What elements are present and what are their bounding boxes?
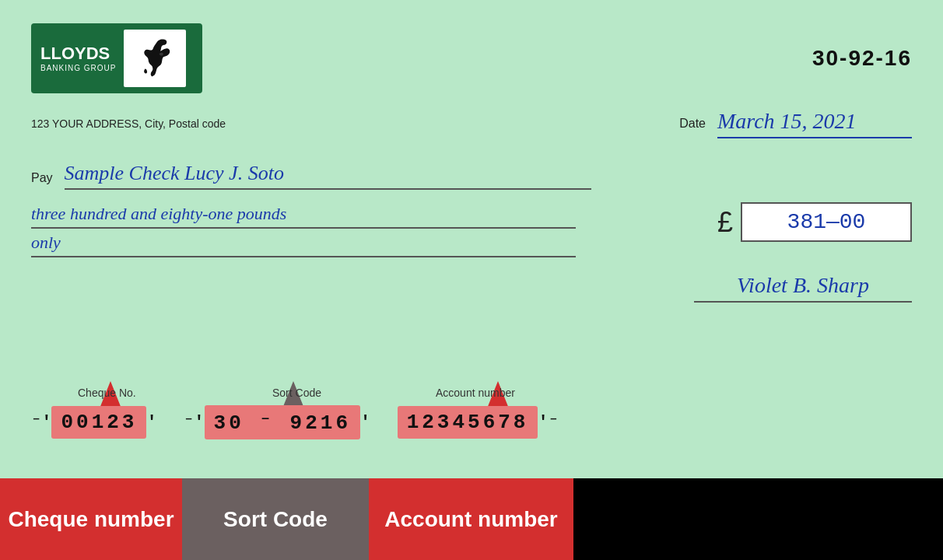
pay-label: Pay: [31, 171, 53, 185]
micr-sep-1: [160, 413, 181, 432]
amount-words-line1: three hundred and eighty-one pounds: [31, 204, 576, 229]
right-panel: £ 381—00 Violet B. Sharp: [694, 202, 912, 303]
micr-bracket-3: ': [146, 413, 156, 432]
micr-bracket-2: ': [41, 413, 51, 432]
micr-sep-2: [373, 413, 394, 432]
date-value: March 15, 2021: [717, 109, 912, 138]
date-label: Date: [679, 117, 706, 131]
bank-logo: LLOYDS BANKING GROUP: [31, 23, 202, 93]
pay-row: Pay Sample Check Lucy J. Soto: [31, 162, 591, 190]
top-row: LLOYDS BANKING GROUP 30-92-16: [31, 23, 912, 93]
signature: Violet B. Sharp: [694, 273, 912, 303]
address-row: 123 YOUR ADDRESS, City, Postal code Date…: [31, 109, 912, 138]
bottom-account-label: Account number: [369, 478, 573, 560]
horse-box: [124, 30, 186, 87]
micr-section: Cheque No. Sort Code Account number ⁻ ' …: [31, 387, 912, 439]
micr-bracket-6: ': [360, 413, 370, 432]
account-number-field: 12345678: [398, 406, 538, 439]
micr-bracket-4: ⁻: [184, 412, 194, 433]
sort-code-top: 30-92-16: [812, 46, 912, 71]
cheque-document: LLOYDS BANKING GROUP 30-92-16 123 YOUR A…: [0, 0, 943, 478]
bottom-labels-bar: Cheque number Sort Code Account number: [0, 478, 943, 560]
amount-box: 381—00: [741, 202, 912, 242]
amount-words-line2: only: [31, 233, 576, 257]
bottom-sort-label: Sort Code: [182, 478, 369, 560]
address: 123 YOUR ADDRESS, City, Postal code: [31, 117, 226, 130]
micr-bracket-7: ': [538, 413, 548, 432]
micr-row: ⁻ ' 00123 ' ⁻ ' 30 ⁻ 9216 ' 12345678 ' ⁻: [31, 405, 912, 439]
account-number-label: Account number: [436, 387, 515, 399]
sort-code-field: 30 ⁻ 9216: [205, 405, 360, 439]
sort-code-label: Sort Code: [272, 387, 397, 399]
pound-symbol: £: [717, 206, 733, 239]
cheque-number-field: 00123: [51, 406, 146, 439]
date-row: Date March 15, 2021: [679, 109, 912, 138]
micr-bracket-5: ': [194, 413, 204, 432]
amount-box-row: £ 381—00: [717, 202, 912, 242]
cheque-no-label: Cheque No.: [78, 387, 210, 399]
horse-icon: [130, 33, 181, 84]
bank-name-line2: BANKING GROUP: [40, 64, 116, 72]
micr-bracket-1: ⁻: [31, 412, 41, 433]
micr-labels: Cheque No. Sort Code Account number: [31, 387, 912, 399]
micr-bracket-8: ⁻: [549, 412, 559, 433]
pay-name: Sample Check Lucy J. Soto: [65, 162, 591, 190]
bank-name-line1: LLOYDS: [40, 44, 116, 63]
bottom-cheque-label: Cheque number: [0, 478, 182, 560]
